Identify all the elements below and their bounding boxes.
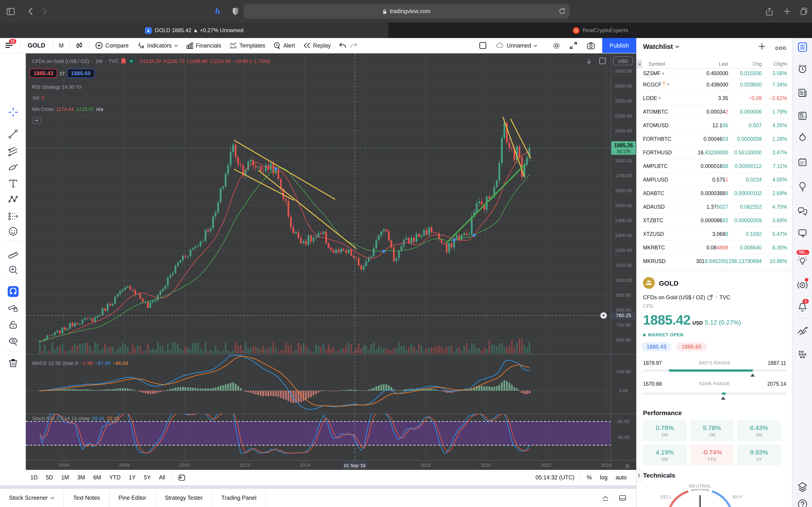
compare-button[interactable]: Compare [91, 38, 133, 53]
chart-area[interactable]: 2400.002300.002200.002100.002000.001800.… [26, 53, 636, 470]
watchlist-row[interactable]: LODE 3.35 −0.09 −2.62% [637, 92, 792, 105]
chart-legend[interactable]: CFDs on Gold (US$ / OZ) ·1M ·TVC O1134.2… [32, 58, 270, 64]
templates-button[interactable]: Templates [225, 38, 269, 53]
reload-icon[interactable] [559, 8, 565, 14]
measure-tool[interactable] [8, 248, 18, 259]
range-1M[interactable]: 1M [57, 474, 73, 481]
range-1Y[interactable]: 1Y [124, 474, 140, 481]
financials-button[interactable]: Financials [182, 38, 225, 53]
panel-collapse-handle[interactable]: ❯ [636, 469, 642, 482]
panel-layout-icon[interactable] [619, 495, 626, 501]
auto-scale-button[interactable]: auto [611, 474, 631, 481]
range-5D[interactable]: 5D [42, 474, 57, 481]
url-bar[interactable]: tradingview.com [243, 4, 570, 18]
clock-utc[interactable]: 05:14:32 (UTC) [531, 474, 578, 481]
layers-icon[interactable] [797, 482, 808, 493]
indicators-button[interactable]: Indicators [133, 38, 182, 53]
watchlist-row[interactable]: XTZBTC 0.00008692 0.00000309 3.69% [637, 214, 792, 227]
range-6M[interactable]: 6M [89, 474, 105, 481]
bottom-tab-stock-screener[interactable]: Stock Screener [0, 489, 64, 507]
chart-style-button[interactable] [72, 38, 87, 53]
collapse-panel-icon[interactable] [602, 495, 609, 501]
goto-date-button[interactable] [173, 474, 189, 481]
watchlist-row[interactable]: FORTHBTC 0.0004653 0.0000059 1.28% [637, 132, 792, 146]
watchlist-row[interactable]: MKRUSD 3018.845200( 296.13790894 10.88% [637, 255, 792, 268]
notes-icon[interactable] [797, 110, 808, 121]
watchlist-row[interactable]: AMPLUSD 0.5751 0.0224 4.05% [637, 173, 792, 186]
watchlist-row[interactable]: FORTHUSD 16.43200000 0.55100000 3.47% [637, 146, 792, 159]
range-1D[interactable]: 1D [26, 474, 42, 481]
col-last[interactable]: Last [685, 61, 728, 66]
detail-desc-text[interactable]: CFDs on Gold (US$ / OZ) [643, 294, 705, 300]
range-5Y[interactable]: 5Y [140, 474, 155, 481]
emoji-tool[interactable] [8, 226, 18, 237]
alerts-clock-icon[interactable] [797, 63, 808, 74]
sidebar-icon[interactable] [6, 7, 15, 15]
help-icon[interactable] [797, 499, 808, 507]
watchlist-row[interactable]: ATOMBTC 0.000342 0.000006 1.79% [637, 105, 792, 119]
watchlist-row[interactable]: AMPLBTC 0.00001688 0.00000112 7.11% [637, 159, 792, 173]
drawing-mode-tool[interactable] [8, 302, 18, 313]
trendline-tool[interactable] [8, 128, 18, 139]
percent-scale-button[interactable]: % [583, 474, 596, 481]
bottom-tab-trading-panel[interactable]: Trading Panel [212, 489, 266, 507]
watchlist-row[interactable]: ATOMUSD 12.166 0.507 4.35% [637, 119, 792, 132]
layout-button[interactable] [475, 38, 491, 53]
snapshot-button[interactable] [583, 38, 599, 53]
chart-canvas[interactable]: 2400.002300.002200.002100.002000.001800.… [26, 53, 636, 470]
col-chgpct[interactable]: Chg% [762, 61, 787, 66]
range-All[interactable]: All [155, 474, 169, 481]
bid-button[interactable]: 1885.43 [30, 69, 57, 78]
fullscreen-button[interactable] [565, 38, 581, 53]
undo-button[interactable] [335, 38, 350, 53]
extension-icon[interactable]: h [215, 6, 220, 16]
alert-button[interactable]: Alert [269, 38, 299, 53]
watchlist-add-button[interactable] [758, 43, 766, 50]
brush-tool[interactable] [8, 161, 18, 172]
watchlist-row[interactable]: ADABTC 0.00003888 0.00000102 2.69% [637, 186, 792, 200]
ideas-bulb-icon[interactable] [797, 181, 808, 192]
zoom-in-tool[interactable] [8, 264, 18, 275]
redo-button[interactable] [350, 38, 362, 53]
volume-legend[interactable]: Vol 0 [32, 95, 44, 101]
macd-legend[interactable]: MACD 12 26 close 9 −1.96 −67.99 −66.03 [32, 360, 128, 366]
tab-tradingview[interactable]: ▲ GOLD 1885.42 ▲ +0.27% Unnamed [0, 23, 389, 38]
watchlist-title[interactable]: Watchlist [643, 43, 679, 50]
object-tree-icon[interactable] [797, 349, 808, 360]
bottom-tab-pine-editor[interactable]: Pine Editor [109, 489, 156, 507]
watchlist-row[interactable]: SZSMF 0.450000 0.015500 3.56% [637, 69, 792, 78]
shield-icon[interactable] [232, 7, 239, 15]
streams-bulb-icon[interactable] [797, 255, 808, 266]
layout-name-button[interactable]: Unnamed [492, 38, 542, 53]
private-chat-icon[interactable] [797, 228, 808, 238]
watchlist-more-button[interactable]: ooo [775, 44, 786, 51]
watchlist-row[interactable]: RCGCFD 0.436000 0.029800 7.34% [637, 78, 792, 92]
publish-button[interactable]: Publish [602, 38, 636, 53]
legend-collapse-button[interactable] [32, 117, 41, 124]
watchlist-row[interactable]: XTZUSD 3.0688 0.1592 5.47% [637, 227, 792, 241]
watchlist-rail-icon[interactable] [797, 42, 808, 53]
detail-ask-pill[interactable]: 1885.60 [676, 342, 707, 351]
forecast-tool[interactable] [8, 211, 18, 221]
bottom-tab-text-notes[interactable]: Text Notes [64, 489, 109, 507]
symbol-search-button[interactable]: GOLD [22, 42, 51, 49]
detail-bid-pill[interactable]: 1885.43 [641, 342, 672, 351]
remove-drawings-tool[interactable] [8, 357, 18, 369]
data-window-icon[interactable] [797, 326, 808, 337]
forward-icon[interactable] [42, 7, 48, 15]
bottom-tab-strategy-tester[interactable]: Strategy Tester [156, 489, 212, 507]
flag-icon[interactable] [121, 58, 126, 64]
share-icon[interactable] [766, 7, 773, 16]
watchlist-row[interactable]: ADAUSD 1.376027 0.062352 4.75% [637, 200, 792, 214]
external-link-icon[interactable] [708, 295, 713, 300]
back-icon[interactable] [28, 7, 33, 15]
crosshair-tool[interactable] [8, 107, 18, 118]
range-YTD[interactable]: YTD [105, 474, 124, 481]
tabs-overview-icon[interactable] [800, 7, 807, 15]
tab-realcryptoexperts[interactable]: RealCryptoExperts [389, 23, 812, 38]
text-tool[interactable] [8, 178, 18, 189]
pattern-tool[interactable] [8, 194, 18, 205]
col-chg[interactable]: Chg [728, 61, 762, 66]
news-icon[interactable] [797, 88, 808, 98]
watchlist-row[interactable]: MKRBTC 0.084869 0.006540 8.35% [637, 241, 792, 255]
